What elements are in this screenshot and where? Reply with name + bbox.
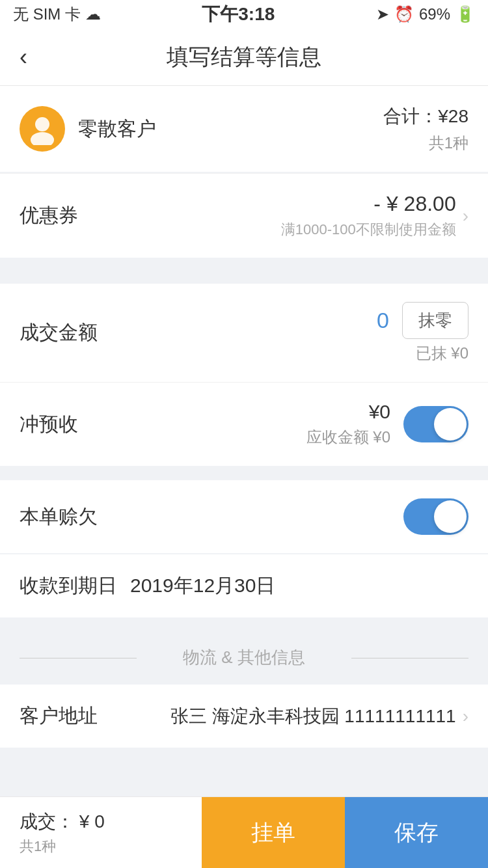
coupon-desc: 满1000-100不限制使用金额 [281, 220, 456, 239]
coupon-right: - ¥ 28.00 满1000-100不限制使用金额 › [281, 192, 468, 239]
battery-icon: 🔋 [455, 5, 475, 23]
coupon-row[interactable]: 优惠券 - ¥ 28.00 满1000-100不限制使用金额 › [0, 173, 488, 258]
customer-total: 合计：¥28 [383, 104, 468, 129]
status-right: ➤ ⏰ 69% 🔋 [376, 5, 475, 23]
deal-amount-row: 成交金额 0 抹零 已抹 ¥0 [0, 284, 488, 383]
page-title: 填写结算等信息 [167, 42, 321, 72]
customer-count: 共1种 [383, 133, 468, 154]
customer-name: 零散客户 [78, 116, 156, 142]
bottom-summary: 成交： ¥ 0 共1种 [0, 809, 202, 856]
prepay-row: 冲预收 ¥0 应收金额 ¥0 [0, 383, 488, 466]
toggle-knob [434, 408, 467, 441]
section-divider-2 [0, 467, 488, 480]
prepay-label: 冲预收 [20, 411, 78, 438]
debit-section: 本单赊欠 [0, 480, 488, 553]
location-icon: ➤ [376, 5, 389, 23]
save-button[interactable]: 保存 [345, 797, 488, 869]
svg-point-0 [35, 117, 49, 131]
address-label: 客户地址 [20, 703, 98, 729]
bottom-bar: 成交： ¥ 0 共1种 挂单 保存 [0, 796, 488, 868]
alarm-icon: ⏰ [394, 5, 414, 23]
status-time: 下午3:18 [202, 2, 275, 27]
customer-avatar [20, 106, 65, 152]
debit-toggle-knob [434, 500, 467, 533]
debit-toggle[interactable] [403, 498, 468, 535]
debit-row: 本单赊欠 [0, 480, 488, 553]
debit-label: 本单赊欠 [20, 504, 98, 530]
prepay-right: ¥0 应收金额 ¥0 [306, 401, 468, 448]
due-date-section: 收款到期日 2019年12月30日 [0, 554, 488, 617]
logistics-header-text: 物流 & 其他信息 [183, 647, 305, 667]
status-left: 无 SIM 卡 ☁ [13, 4, 101, 25]
prepay-block: ¥0 应收金额 ¥0 [306, 401, 390, 448]
due-date-label: 收款到期日 [20, 573, 117, 599]
bottom-deal-text: 成交： ¥ 0 [20, 809, 182, 834]
avatar-icon [26, 113, 59, 145]
deal-amount-value[interactable]: 0 [363, 308, 389, 333]
coupon-label: 优惠券 [20, 202, 78, 229]
status-bar: 无 SIM 卡 ☁ 下午3:18 ➤ ⏰ 69% 🔋 [0, 0, 488, 29]
nav-bar: ‹ 填写结算等信息 [0, 29, 488, 86]
svg-point-1 [31, 132, 54, 145]
address-chevron-icon: › [463, 706, 468, 727]
coupon-value-block: - ¥ 28.00 满1000-100不限制使用金额 [281, 192, 456, 239]
deal-amount-section: 成交金额 0 抹零 已抹 ¥0 冲预收 ¥0 应收金额 ¥0 [0, 284, 488, 466]
logistics-header: 物流 & 其他信息 [0, 631, 488, 685]
no-sim-text: 无 SIM 卡 ☁ [13, 4, 101, 25]
due-date-value: 2019年12月30日 [130, 573, 275, 599]
due-date-row[interactable]: 收款到期日 2019年12月30日 [0, 554, 488, 617]
prepay-receivable: 应收金额 ¥0 [306, 427, 390, 448]
hang-button[interactable]: 挂单 [202, 797, 345, 869]
prepay-toggle[interactable] [403, 406, 468, 442]
bottom-count: 共1种 [20, 837, 182, 856]
battery-text: 69% [419, 5, 450, 23]
bottom-deal-label: 成交： [20, 811, 74, 832]
deal-amount-label: 成交金额 [20, 319, 98, 346]
coupon-section[interactable]: 优惠券 - ¥ 28.00 满1000-100不限制使用金额 › [0, 173, 488, 258]
customer-section: 零散客户 合计：¥28 共1种 [0, 86, 488, 172]
address-value: 张三 海淀永丰科技园 11111111111 [117, 704, 456, 729]
customer-right: 合计：¥28 共1种 [383, 104, 468, 154]
back-button[interactable]: ‹ [20, 44, 27, 71]
bottom-deal-amount: ¥ 0 [79, 811, 105, 832]
already-deducted: 已抹 ¥0 [416, 343, 468, 364]
section-divider-1 [0, 271, 488, 284]
prepay-amount: ¥0 [306, 401, 390, 423]
round-zero-button[interactable]: 抹零 [402, 302, 468, 339]
deal-amount-right: 0 抹零 [363, 302, 468, 339]
address-section[interactable]: 客户地址 张三 海淀永丰科技园 11111111111 › [0, 685, 488, 748]
chevron-right-icon: › [463, 206, 468, 226]
coupon-amount: - ¥ 28.00 [281, 192, 456, 216]
customer-left: 零散客户 [20, 106, 156, 152]
address-row[interactable]: 客户地址 张三 海淀永丰科技园 11111111111 › [0, 685, 488, 748]
